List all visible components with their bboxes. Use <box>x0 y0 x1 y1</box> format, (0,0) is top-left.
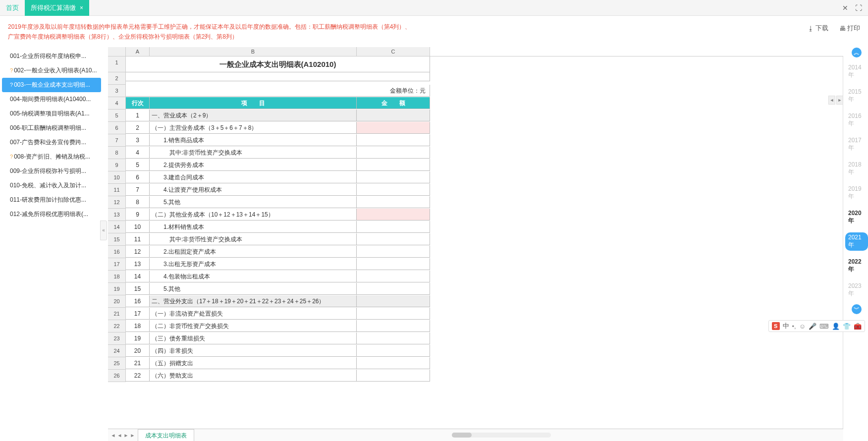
cell[interactable] <box>357 122 430 134</box>
year-option[interactable]: 2017年 <box>845 135 868 154</box>
year-option[interactable]: 2014年 <box>845 62 868 81</box>
row-header[interactable]: 26 <box>108 370 126 382</box>
year-scroll-up-icon[interactable]: ︽ <box>852 48 862 57</box>
row-header[interactable]: 16 <box>108 246 126 258</box>
cell[interactable]: 其中:非货币性资产交换成本 <box>150 147 357 159</box>
sheet-scroll-right-icon[interactable]: ► <box>836 96 843 105</box>
close-icon[interactable]: × <box>80 4 83 11</box>
cell[interactable]: 11 <box>126 233 150 245</box>
row-header[interactable]: 19 <box>108 283 126 295</box>
sheet-body[interactable]: 1一般企业成本支出明细表(A102010)23金额单位：元4行次项 目金 额51… <box>108 56 843 429</box>
sidebar-item-11[interactable]: 011-研发费用加计扣除优惠... <box>0 193 103 207</box>
sidebar-item-8[interactable]: ?008-资产折旧、摊销及纳税... <box>0 150 103 164</box>
sidebar-item-3[interactable]: ?003-一般企业成本支出明细... <box>2 78 101 92</box>
cell[interactable]: 1.材料销售成本 <box>150 221 357 233</box>
sidebar-item-2[interactable]: ?002-一般企业收入明细表(A10... <box>0 63 103 78</box>
cell[interactable]: 3.建造合同成本 <box>150 171 357 183</box>
row-header[interactable]: 15 <box>108 233 126 246</box>
cell[interactable]: 7 <box>126 184 150 196</box>
cell[interactable]: 18 <box>126 320 150 332</box>
ime-user-icon[interactable]: 👤 <box>832 323 840 330</box>
cell[interactable] <box>357 258 430 270</box>
row-header[interactable]: 23 <box>108 332 126 345</box>
ime-lang-toggle[interactable]: 中 <box>783 322 789 331</box>
window-close-icon[interactable]: ✕ <box>842 4 848 12</box>
row-header[interactable]: 12 <box>108 196 126 209</box>
print-button[interactable]: 🖶 打印 <box>839 24 860 33</box>
cell[interactable] <box>357 357 430 369</box>
sheet-scroll-left-icon[interactable]: ◄ <box>828 96 835 105</box>
cell[interactable]: 3.出租无形资产成本 <box>150 258 357 270</box>
cell[interactable]: 5.其他 <box>150 196 357 208</box>
ime-toolbar[interactable]: S 中 •, ☺ 🎤 ⌨ 👤 👕 🧰 <box>768 320 865 332</box>
cell[interactable]: （二）其他业务成本（10＋12＋13＋14＋15） <box>150 209 357 220</box>
year-option[interactable]: 2021年 <box>845 232 868 251</box>
sidebar-item-1[interactable]: 001-企业所得税年度纳税申... <box>0 49 103 63</box>
row-header[interactable]: 25 <box>108 357 126 370</box>
cell[interactable]: 4 <box>126 147 150 159</box>
cell[interactable]: 4.包装物出租成本 <box>150 271 357 282</box>
ime-punct-icon[interactable]: •, <box>792 323 796 330</box>
cell[interactable]: 10 <box>126 221 150 233</box>
cell[interactable]: 行次 <box>126 97 150 109</box>
row-header[interactable]: 13 <box>108 209 126 221</box>
cell[interactable]: 金 额 <box>357 97 430 109</box>
row-header[interactable]: 9 <box>108 159 126 171</box>
col-header-b[interactable]: B <box>150 47 357 56</box>
cell[interactable] <box>357 196 430 208</box>
row-header[interactable]: 6 <box>108 122 126 134</box>
cell[interactable] <box>357 295 430 307</box>
cell[interactable]: （五）捐赠支出 <box>150 357 357 369</box>
ime-voice-icon[interactable]: 🎤 <box>809 323 816 330</box>
download-button[interactable]: ⭳ 下载 <box>808 24 828 33</box>
cell[interactable]: 2.出租固定资产成本 <box>150 246 357 258</box>
cell[interactable]: （一）主营业务成本（3＋5＋6＋7＋8） <box>150 122 357 134</box>
cell[interactable]: 一、营业成本（2＋9） <box>150 110 357 121</box>
cell[interactable]: 21 <box>126 357 150 369</box>
cell[interactable] <box>357 171 430 183</box>
cell[interactable]: （六）赞助支出 <box>150 370 357 382</box>
cell[interactable]: （四）非常损失 <box>150 345 357 357</box>
row-header[interactable]: 17 <box>108 258 126 271</box>
cell[interactable]: 项 目 <box>150 97 357 109</box>
cell[interactable]: 5 <box>126 159 150 171</box>
row-header[interactable]: 21 <box>108 308 126 320</box>
row-header[interactable]: 24 <box>108 345 126 357</box>
cell[interactable]: 二、营业外支出（17＋18＋19＋20＋21＋22＋23＋24＋25＋26） <box>150 295 357 307</box>
row-header[interactable]: 8 <box>108 147 126 159</box>
year-option[interactable]: 2019年 <box>845 184 868 202</box>
cell[interactable] <box>357 184 430 196</box>
year-scroll-down-icon[interactable]: ︾ <box>852 304 862 314</box>
sidebar-item-9[interactable]: 009-企业所得税弥补亏损明... <box>0 164 103 178</box>
cell[interactable]: 1.销售商品成本 <box>150 134 357 146</box>
row-header[interactable]: 7 <box>108 134 126 147</box>
cell[interactable] <box>357 345 430 357</box>
sheet-nav-first-icon[interactable]: ◄ <box>111 433 116 438</box>
cell[interactable]: 14 <box>126 271 150 282</box>
cell[interactable] <box>357 271 430 282</box>
year-option[interactable]: 2020年 <box>845 208 868 226</box>
cell[interactable]: 3 <box>126 134 150 146</box>
cell[interactable] <box>357 221 430 233</box>
cell[interactable]: 8 <box>126 196 150 208</box>
row-header[interactable]: 1 <box>108 56 126 72</box>
year-option[interactable]: 2023年 <box>845 281 868 299</box>
tab-home[interactable]: 首页 <box>0 0 25 16</box>
year-option[interactable]: 2018年 <box>845 160 868 178</box>
select-all-corner[interactable] <box>108 47 126 56</box>
cell[interactable]: （二）非货币性资产交换损失 <box>150 320 357 332</box>
row-header[interactable]: 22 <box>108 320 126 332</box>
cell[interactable]: 15 <box>126 283 150 295</box>
cell[interactable] <box>357 147 430 159</box>
cell[interactable] <box>357 246 430 258</box>
cell[interactable] <box>357 159 430 171</box>
sidebar-item-6[interactable]: 006-职工薪酬纳税调整明细... <box>0 121 103 135</box>
cell[interactable]: 22 <box>126 370 150 382</box>
cell[interactable] <box>357 332 430 344</box>
cell[interactable]: 17 <box>126 308 150 320</box>
sheet-nav-next-icon[interactable]: ► <box>124 433 129 438</box>
row-header[interactable]: 5 <box>108 110 126 122</box>
sidebar-item-5[interactable]: 005-纳税调整项目明细表(A1... <box>0 107 103 121</box>
cell[interactable]: 19 <box>126 332 150 344</box>
row-header[interactable]: 18 <box>108 271 126 283</box>
